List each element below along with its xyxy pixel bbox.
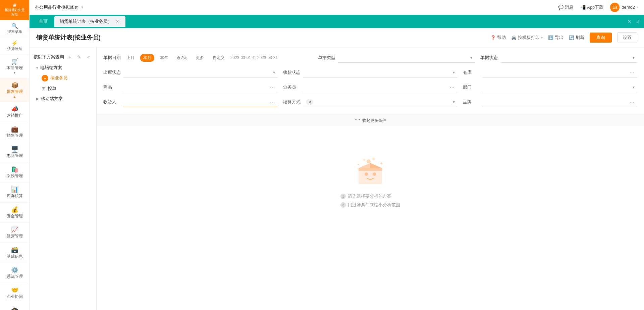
collapse-filter-button[interactable]: ⌃⌃ 收起更多条件 [97, 115, 644, 126]
date-label: 单据日期 [103, 55, 121, 61]
content-body: 按以下方案查询 + ✎ « ▾ [30, 47, 644, 310]
message-button[interactable]: 💬 消息 [558, 4, 574, 10]
date-btn-more[interactable]: 更多 [193, 54, 207, 62]
date-btn-custom[interactable]: 自定义 [210, 54, 228, 62]
tree-mobile-section[interactable]: ▶ 移动端方案 [30, 94, 96, 104]
sidebar-item-ecom[interactable]: 🖥️ 电商管理 [0, 142, 29, 162]
sidebar-item-basic[interactable]: 🗃️ 基础信息 [0, 243, 29, 263]
date-btn-last-month[interactable]: 上月 [123, 54, 138, 62]
cooperation-label: 企业协同 [7, 294, 23, 300]
sidebar-item-sales[interactable]: 💼 销售管理 [0, 122, 29, 142]
payment-control[interactable]: × [303, 97, 458, 107]
collect-status-control[interactable] [303, 67, 458, 78]
user-profile-button[interactable]: Ea demo2 ▾ [610, 3, 639, 12]
receiver-control[interactable] [123, 97, 278, 107]
query-button[interactable]: 查询 [590, 33, 612, 43]
retail-icon: 🛒 [11, 58, 18, 65]
filter-dept: 部门 [463, 82, 637, 92]
sidebar-item-system[interactable]: ⚙️ 系统管理 [0, 263, 29, 283]
sidebar-item-purchase[interactable]: 🛍️ 采购管理 [0, 162, 29, 183]
wholesale-label: 批发管理 [7, 89, 23, 95]
out-status-label: 出库状态 [103, 69, 121, 75]
message-label: 消息 [565, 4, 574, 10]
svg-point-9 [363, 159, 365, 161]
tip-num-1: 1 [340, 194, 346, 199]
app-subtitle-label: 标版 [11, 12, 18, 17]
tab-close-button[interactable]: ✕ [115, 19, 120, 24]
warehouse-label: 仓库 [463, 69, 480, 75]
header-actions: 💬 消息 📲 App下载 Ea demo2 ▾ [558, 3, 639, 12]
right-panel: 单据日期 上月 本月 本年 近7天 更多 自定义 2023-03-01 至 20… [97, 47, 644, 310]
collapse-panel-button[interactable]: « [85, 53, 92, 61]
tab-minimize-icon[interactable]: ✕ [627, 19, 631, 24]
dept-control[interactable] [482, 82, 637, 92]
tab-expand-icon[interactable]: ⤢ [636, 19, 640, 24]
add-icon: + [68, 54, 71, 60]
newbie-icon: 🎓 [11, 307, 18, 310]
help-icon: ❓ [490, 35, 496, 40]
date-btn-this-year[interactable]: 本年 [157, 54, 171, 62]
filter-goods: 商品 [103, 82, 278, 92]
download-icon: 📲 [580, 5, 586, 10]
tree-item-by-salesman[interactable]: ● 按业务员 [30, 73, 96, 84]
avatar-text: Ea [612, 5, 618, 10]
doc-type-label: 单据类型 [318, 55, 335, 61]
sidebar-item-marketing[interactable]: 📣 营销推广 [0, 102, 29, 122]
sidebar-item-retail[interactable]: 🛒 零售管理 ▾ [0, 54, 29, 78]
date-filter-group: 上月 本月 本年 近7天 更多 自定义 2023-03-01 至 2023-03… [123, 54, 278, 62]
sidebar-item-inventory[interactable]: 📊 库存核算 [0, 183, 29, 203]
refresh-button[interactable]: 🔄 刷新 [569, 35, 584, 41]
tree-desktop-section[interactable]: ▾ 电脑端方案 [30, 63, 96, 73]
brand-more-icon [630, 99, 635, 105]
logo-icon [9, 3, 20, 7]
sidebar-item-search[interactable]: 🔍 搜索菜单 [0, 20, 29, 37]
sidebar-item-finance[interactable]: 💰 资金管理 [0, 203, 29, 223]
brand-control[interactable] [482, 97, 637, 107]
tab-bar-actions: ✕ ⤢ [627, 19, 640, 24]
warehouse-control[interactable] [482, 67, 637, 78]
sidebar-item-quicknav[interactable]: ⚡ 快捷导航 [0, 37, 29, 54]
payment-clear-button[interactable]: × [306, 99, 313, 105]
operations-icon: 📈 [11, 226, 18, 234]
date-range-text: 2023-03-01 至 2023-03-31 [230, 55, 278, 61]
tab-sales-stat-label: 销货单统计表（按业务员） [60, 18, 112, 24]
app-download-label: App下载 [587, 4, 603, 10]
receiver-label: 收货人 [103, 99, 120, 105]
filter-doc-status: 单据状态 [480, 53, 637, 63]
salesman-control[interactable] [303, 82, 458, 92]
inventory-icon: 📊 [11, 186, 18, 193]
date-btn-7days[interactable]: 近7天 [174, 54, 190, 62]
tab-sales-stat[interactable]: 销货单统计表（按业务员） ✕ [54, 16, 125, 27]
sidebar-item-cooperation[interactable]: 🤝 企业协同 [0, 283, 29, 303]
goods-control[interactable] [123, 82, 278, 92]
breadcrumb: 办公用品行业模拟账套 ▾ [35, 4, 84, 10]
empty-state: ✦ ✦ 1 请先选择要分析的方案 2 用过滤条件来缩小分析范围 [97, 126, 644, 238]
tree-item-by-order[interactable]: ⊞ 按单 [30, 84, 96, 94]
svg-point-8 [372, 158, 375, 160]
receiver-more-icon [270, 99, 275, 105]
sidebar: 畅捷通好生意 标版 🔍 搜索菜单 ⚡ 快捷导航 🛒 零售管理 ▾ 📦 批发管理 … [0, 0, 30, 310]
template-print-button[interactable]: 🖨️ 按模板打印 ▾ [511, 35, 543, 41]
filter-row-4: 收货人 结算方式 × [103, 97, 637, 107]
panel-title: 按以下方案查询 [34, 54, 64, 60]
page-header-actions: ❓ 帮助 🖨️ 按模板打印 ▾ ⬇️ 导出 🔄 刷新 查询 设置 [490, 32, 637, 43]
doc-type-control[interactable] [338, 53, 475, 63]
sidebar-item-operations[interactable]: 📈 经营管理 [0, 223, 29, 243]
tab-home[interactable]: 首页 [34, 16, 53, 27]
app-download-button[interactable]: 📲 App下载 [580, 4, 603, 10]
settings-button[interactable]: 设置 [617, 32, 637, 43]
sidebar-item-newbie[interactable]: 🎓 新手引导 [0, 303, 29, 310]
goods-label: 商品 [103, 84, 120, 90]
add-scheme-button[interactable]: + [66, 53, 73, 61]
tip-text-1: 请先选择要分析的方案 [348, 193, 391, 199]
out-status-control[interactable] [123, 67, 278, 78]
doc-status-control[interactable] [500, 53, 637, 63]
export-button[interactable]: ⬇️ 导出 [548, 35, 564, 41]
filter-row-2: 出库状态 收款状态 [103, 67, 637, 78]
help-button[interactable]: ❓ 帮助 [490, 35, 506, 41]
sidebar-item-wholesale[interactable]: 📦 批发管理 ▴ [0, 78, 29, 102]
template-print-label: 按模板打印 [518, 35, 540, 41]
date-btn-this-month[interactable]: 本月 [140, 54, 154, 62]
tip-text-2: 用过滤条件来缩小分析范围 [348, 202, 400, 208]
edit-scheme-button[interactable]: ✎ [75, 53, 83, 61]
